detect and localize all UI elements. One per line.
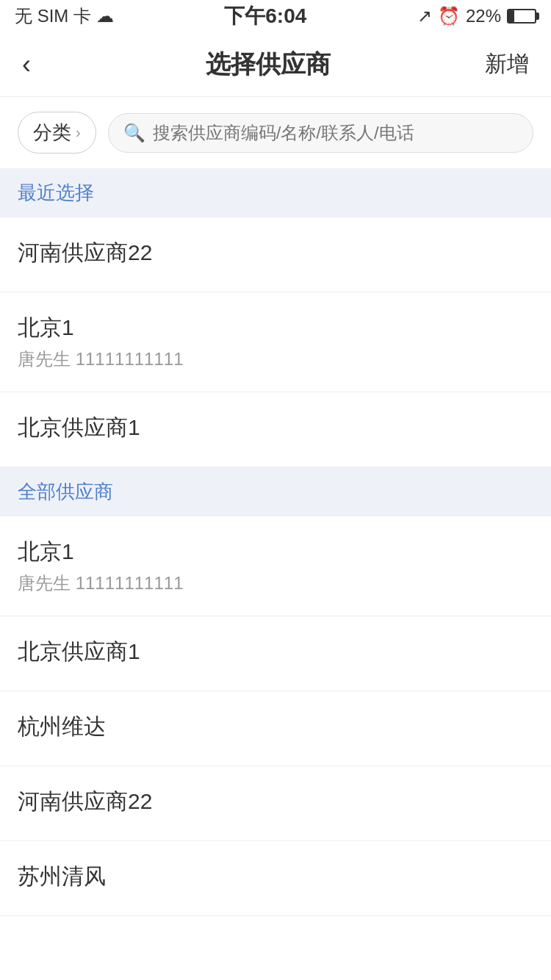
item-name: 北京1 — [18, 537, 533, 567]
recent-section-header: 最近选择 — [0, 168, 551, 217]
all-section-label: 全部供应商 — [18, 480, 113, 502]
item-name: 河南供应商22 — [18, 238, 533, 268]
search-input[interactable] — [153, 123, 518, 143]
item-name: 北京供应商1 — [18, 637, 533, 667]
all-items-list: 北京1唐先生 11111111111北京供应商1杭州维达河南供应商22苏州清风 — [0, 516, 551, 916]
list-item[interactable]: 杭州维达 — [0, 691, 551, 766]
recent-items-list: 河南供应商22北京1唐先生 11111111111北京供应商1 — [0, 217, 551, 467]
item-name: 河南供应商22 — [18, 787, 533, 817]
item-detail: 唐先生 11111111111 — [18, 347, 533, 371]
status-bar: 无 SIM 卡 ☁ 下午6:04 ↗ ⏰ 22% — [0, 0, 551, 32]
list-item[interactable]: 北京供应商1 — [0, 616, 551, 691]
search-box[interactable]: 🔍 — [108, 113, 533, 153]
category-arrow-icon: › — [76, 124, 81, 141]
battery-percent: 22% — [466, 6, 501, 26]
list-item[interactable]: 北京供应商1 — [0, 392, 551, 467]
item-name: 杭州维达 — [18, 712, 533, 742]
battery-icon — [507, 9, 536, 24]
status-right: ↗ ⏰ 22% — [417, 6, 536, 26]
item-name: 北京1 — [18, 313, 533, 343]
item-detail: 唐先生 11111111111 — [18, 572, 533, 595]
page-title: 选择供应商 — [206, 48, 331, 82]
category-button[interactable]: 分类 › — [18, 112, 96, 154]
nav-bar: ‹ 选择供应商 新增 — [0, 32, 551, 97]
category-label: 分类 — [33, 120, 71, 145]
back-button[interactable]: ‹ — [22, 49, 66, 80]
location-icon: ↗ — [417, 6, 432, 26]
status-time: 下午6:04 — [224, 2, 306, 30]
no-sim-label: 无 SIM 卡 ☁ — [15, 4, 114, 28]
search-icon: 🔍 — [123, 123, 145, 143]
add-new-button[interactable]: 新增 — [470, 49, 529, 79]
item-name: 苏州清风 — [18, 862, 533, 892]
all-section-header: 全部供应商 — [0, 467, 551, 516]
list-item[interactable]: 北京1唐先生 11111111111 — [0, 516, 551, 616]
list-item[interactable]: 苏州清风 — [0, 841, 551, 916]
status-left: 无 SIM 卡 ☁ — [15, 4, 114, 28]
list-item[interactable]: 河南供应商22 — [0, 217, 551, 292]
filter-bar: 分类 › 🔍 — [0, 97, 551, 168]
list-item[interactable]: 河南供应商22 — [0, 766, 551, 841]
item-name: 北京供应商1 — [18, 413, 533, 443]
recent-section-label: 最近选择 — [18, 181, 94, 203]
list-item[interactable]: 北京1唐先生 11111111111 — [0, 292, 551, 392]
alarm-icon: ⏰ — [438, 6, 460, 26]
